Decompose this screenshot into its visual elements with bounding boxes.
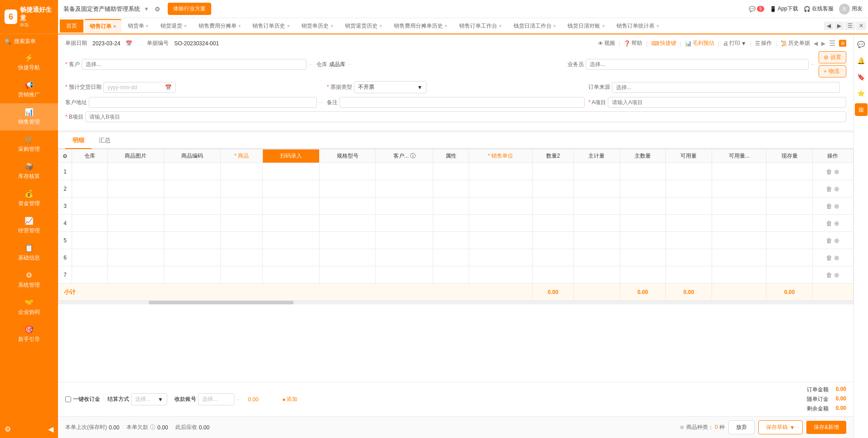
salesperson-input[interactable]	[586, 59, 809, 70]
save-draft-button[interactable]: 保存草稿 ▼	[758, 420, 803, 434]
tab-close-3[interactable]: ×	[184, 24, 187, 29]
tab-prev-btn[interactable]: ◀	[824, 22, 834, 30]
sidebar-item-sales[interactable]: 📊 销售管理	[0, 103, 58, 130]
delete-icon-5[interactable]: 🗑	[826, 237, 832, 244]
delete-icon-2[interactable]: 🗑	[826, 185, 832, 193]
customer-input[interactable]	[82, 59, 306, 70]
calendar-icon[interactable]: 📅	[126, 40, 132, 47]
solution-button[interactable]: 体验行业方案	[168, 3, 211, 15]
delete-icon-7[interactable]: 🗑	[826, 271, 832, 279]
tab-close-5[interactable]: ×	[287, 24, 290, 29]
topbar-dropdown-icon[interactable]: ▼	[144, 6, 149, 12]
address-dots[interactable]: ···	[319, 99, 323, 106]
notification-area[interactable]: 💬 9	[749, 6, 764, 12]
delete-icon-4[interactable]: 🗑	[826, 220, 832, 227]
tab-workbench[interactable]: 销售订单工作台 ×	[454, 19, 507, 33]
account-dots[interactable]: ···	[236, 396, 241, 403]
sidebar-item-purchase[interactable]: 🛒 采购管理	[0, 130, 58, 158]
customer-dots[interactable]: ···	[308, 61, 313, 67]
save-new-button[interactable]: 保存&新增	[806, 421, 846, 434]
tab-expense-history[interactable]: 销售费用分摊单历史 ×	[388, 19, 453, 33]
copy-icon-4[interactable]: ⊕	[834, 220, 839, 227]
right-panel-star-icon[interactable]: ⭐	[855, 87, 868, 100]
sidebar-item-marketing[interactable]: 📢 营销推广	[0, 76, 58, 103]
right-panel-bookmark-icon[interactable]: 🔖	[855, 71, 868, 83]
horizontal-scrollbar[interactable]	[58, 301, 853, 304]
goods-icon[interactable]: ⊙	[680, 424, 684, 430]
tab-close-8[interactable]: ×	[445, 24, 447, 29]
tab-summary[interactable]: 汇总	[92, 133, 118, 149]
delete-icon-6[interactable]: 🗑	[826, 254, 832, 261]
discard-button[interactable]: 放弃	[728, 420, 755, 434]
account-select[interactable]: 选择...	[198, 393, 234, 405]
tab-reconcile[interactable]: 钱货日清对账 ×	[562, 19, 610, 33]
tab-close-all-btn[interactable]: ✕	[856, 22, 866, 30]
print-btn[interactable]: 🖨 打印 ▼	[723, 39, 747, 47]
tab-expense[interactable]: 销售费用分摊单 ×	[193, 19, 247, 33]
right-panel-bell-icon[interactable]: 🔔	[855, 54, 868, 67]
sidebar-item-inventory[interactable]: 📦 库存核算	[0, 158, 58, 185]
settings-bottom-icon[interactable]: ⚙	[5, 425, 11, 433]
settings-button[interactable]: ⚙ 设置	[819, 51, 846, 63]
address-input[interactable]	[89, 97, 317, 108]
user-menu[interactable]: 友 用友	[839, 4, 863, 14]
help-btn[interactable]: ❓ 帮助	[624, 39, 642, 47]
tab-next-btn[interactable]: ▶	[834, 22, 844, 30]
debt-info-icon[interactable]: ⓘ	[150, 424, 155, 431]
salesperson-dots[interactable]: ···	[810, 61, 815, 67]
tab-stats[interactable]: 销售订单统计表 ×	[611, 19, 664, 33]
shortcut-btn[interactable]: ⌨ 快捷键	[651, 39, 676, 47]
collapse-icon[interactable]: ◀	[48, 425, 53, 433]
sidebar-item-operations[interactable]: 📈 经营管理	[0, 212, 58, 239]
tab-close-4[interactable]: ×	[238, 24, 241, 29]
sidebar-item-finance[interactable]: 💰 资金管理	[0, 185, 58, 212]
profit-btn[interactable]: 📊 毛利预估	[685, 39, 714, 47]
tab-detail[interactable]: 明细	[65, 133, 92, 149]
copy-icon-1[interactable]: ⊕	[834, 168, 839, 175]
order-source-input[interactable]	[612, 82, 840, 93]
view-mode-list[interactable]: ☰	[829, 39, 835, 48]
copy-icon-7[interactable]: ⊕	[834, 271, 839, 279]
th-scan[interactable]: 扫码录入	[263, 149, 320, 163]
tab-close-2[interactable]: ×	[146, 24, 149, 29]
sidebar-item-guide[interactable]: 🎯 新手引导	[0, 321, 58, 348]
tab-close-6[interactable]: ×	[330, 24, 333, 29]
a-project-input[interactable]	[608, 97, 846, 108]
topbar-gear-icon[interactable]: ⚙	[155, 5, 160, 13]
tab-close-10[interactable]: ×	[553, 24, 556, 29]
operate-btn[interactable]: ☰ 操作	[755, 39, 772, 47]
nav-next-icon[interactable]: ▶	[821, 40, 825, 47]
copy-icon-5[interactable]: ⊕	[834, 237, 839, 244]
sidebar-item-system[interactable]: ⚙ 系统管理	[0, 266, 58, 294]
th-settings[interactable]: ⚙	[58, 149, 72, 163]
tab-return[interactable]: 销货退货 ×	[155, 19, 192, 33]
tab-menu-btn[interactable]: ☰	[845, 22, 855, 30]
b-project-input[interactable]	[85, 111, 846, 122]
add-col-button[interactable]: + 物流	[819, 65, 846, 77]
nav-prev-icon[interactable]: ◀	[814, 40, 818, 47]
tab-close-7[interactable]: ×	[379, 24, 382, 29]
right-panel-grid-icon[interactable]: ⊞	[855, 103, 868, 116]
tab-close-9[interactable]: ×	[499, 24, 502, 29]
payment-method-select[interactable]: 选择... ▼	[131, 393, 167, 405]
sidebar-search[interactable]: 🔍 搜索菜单	[0, 34, 58, 49]
tab-sales-goods[interactable]: 销货单 ×	[122, 19, 154, 33]
invoice-type-select[interactable]: 不开票 ▼	[354, 81, 427, 93]
view-btn[interactable]: 👁 视频	[598, 39, 615, 47]
app-download-link[interactable]: 📱 App下载	[770, 5, 798, 13]
tab-goods-history[interactable]: 销货单历史 ×	[296, 19, 339, 33]
right-panel-chat-icon[interactable]: 💬	[855, 38, 868, 51]
warehouse-dots[interactable]: ···	[347, 61, 352, 67]
tab-close-11[interactable]: ×	[602, 24, 605, 29]
quick-pay-checkbox[interactable]: 一键收订金	[65, 395, 100, 403]
copy-icon-6[interactable]: ⊕	[834, 254, 839, 261]
delete-icon-3[interactable]: 🗑	[826, 202, 832, 210]
view-mode-grid[interactable]: ⊞	[839, 40, 846, 47]
tab-daily-clear[interactable]: 钱货日清工作台 ×	[508, 19, 562, 33]
copy-icon-3[interactable]: ⊕	[834, 202, 839, 210]
scrollbar-thumb[interactable]	[149, 301, 294, 304]
sidebar-item-base[interactable]: 📋 基础信息	[0, 239, 58, 266]
copy-icon-2[interactable]: ⊕	[834, 185, 839, 193]
tab-return-history[interactable]: 销货退货历史 ×	[339, 19, 388, 33]
quick-pay-check[interactable]	[65, 396, 71, 402]
